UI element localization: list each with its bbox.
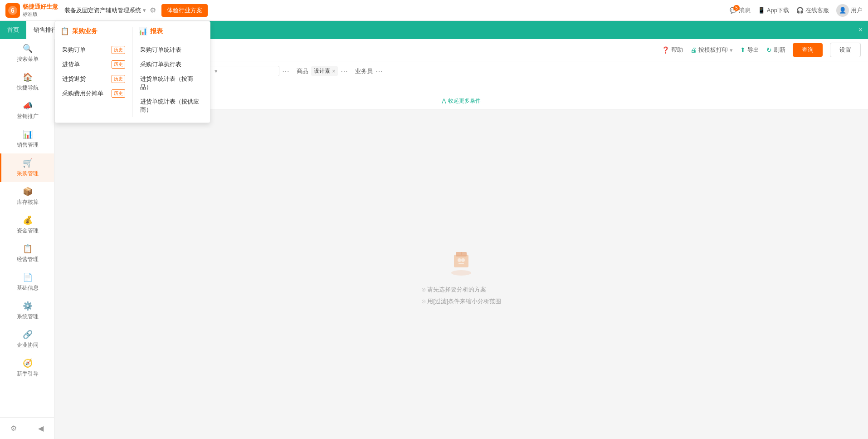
- sidebar-item-system[interactable]: ⚙️ 系统管理: [0, 296, 54, 325]
- logo-area: 6 畅捷通好生意 标准版: [5, 3, 60, 18]
- goods-receipt-label: 进货单: [62, 60, 80, 69]
- dropdown-menu: 📋 采购业务 采购订单 历史 进货单 历史 进货退货 历史 采购费用分摊单 历史: [54, 21, 210, 123]
- sales-icon: 📊: [23, 129, 33, 139]
- dropdown-title-report: 📊 报表: [138, 27, 205, 38]
- sidebar-item-guide[interactable]: 🧭 新手引导: [0, 354, 54, 382]
- main-layout: 🔍 搜索菜单 🏠 快捷导航 📣 营销推广 📊 销售管理 🛒 采购管理 📦 库存核…: [0, 39, 868, 439]
- tab-bar-close-icon[interactable]: ×: [853, 26, 868, 34]
- sidebar-item-search-label: 搜索菜单: [17, 55, 39, 63]
- finance-icon: 💰: [23, 215, 33, 225]
- user-action[interactable]: 👤 用户: [836, 4, 863, 17]
- expense-alloc-label: 采购费用分摊单: [62, 89, 103, 98]
- goods-stats-supplier-label: 进货单统计表（按供应商）: [140, 98, 203, 114]
- dropdown-title-purchase-label: 采购业务: [72, 27, 98, 35]
- dropdown-item-order-exec[interactable]: 采购订单执行表: [138, 57, 205, 72]
- sidebar-item-purchase-label: 采购管理: [17, 170, 39, 178]
- logo-text: 畅捷通好生意 标准版: [23, 3, 58, 17]
- enterprise-icon: 🔗: [23, 330, 33, 340]
- dropdown-item-goods-return[interactable]: 进货退货 历史: [60, 72, 127, 86]
- sidebar-item-guide-label: 新手引导: [17, 370, 39, 378]
- sidebar-item-inventory-label: 库存核算: [17, 198, 39, 206]
- svg-text:6: 6: [11, 7, 15, 14]
- sidebar-item-finance-label: 资金管理: [17, 227, 39, 235]
- message-action[interactable]: 💬 5 消息: [730, 6, 751, 15]
- sidebar-item-enterprise[interactable]: 🔗 企业协同: [0, 325, 54, 354]
- sidebar-item-finance[interactable]: 💰 资金管理: [0, 211, 54, 239]
- sidebar-item-operations-label: 经营管理: [17, 256, 39, 263]
- sidebar-item-system-label: 系统管理: [17, 313, 39, 321]
- dropdown-col-purchase: 📋 采购业务 采购订单 历史 进货单 历史 进货退货 历史 采购费用分摊单 历史: [55, 27, 132, 117]
- history-badge-3[interactable]: 历史: [112, 75, 125, 83]
- history-badge-1[interactable]: 历史: [112, 46, 125, 54]
- order-stats-label: 采购订单统计表: [140, 46, 181, 54]
- inventory-icon: 📦: [23, 187, 33, 197]
- online-service-label: 在线客服: [805, 6, 829, 15]
- sidebar-item-search[interactable]: 🔍 搜索菜单: [0, 39, 54, 68]
- sidebar-settings-btn[interactable]: ⚙: [7, 422, 20, 434]
- purchase-title-icon: 📋: [60, 27, 69, 35]
- dropdown-title-report-label: 报表: [150, 27, 163, 35]
- header-settings-icon[interactable]: ⚙: [150, 6, 156, 15]
- sidebar-item-enterprise-label: 企业协同: [17, 341, 39, 349]
- logo-icon: 6: [5, 3, 20, 18]
- sidebar-item-sales[interactable]: 📊 销售管理: [0, 125, 54, 153]
- goods-return-label: 进货退货: [62, 75, 86, 83]
- sidebar: 🔍 搜索菜单 🏠 快捷导航 📣 营销推广 📊 销售管理 🛒 采购管理 📦 库存核…: [0, 39, 54, 439]
- operations-icon: 📋: [23, 244, 33, 254]
- dropdown-item-order-stats[interactable]: 采购订单统计表: [138, 43, 205, 57]
- dropdown-title-purchase: 📋 采购业务: [60, 27, 127, 38]
- order-exec-label: 采购订单执行表: [140, 60, 181, 69]
- sidebar-bottom: ⚙ ◀: [0, 417, 54, 439]
- header-right: 💬 5 消息 📱 App下载 🎧 在线客服 👤 用户: [730, 4, 863, 17]
- sidebar-collapse-btn[interactable]: ◀: [34, 422, 47, 434]
- message-badge: 5: [733, 5, 740, 11]
- sidebar-item-nav[interactable]: 🏠 快捷导航: [0, 68, 54, 96]
- avatar: 👤: [836, 4, 849, 17]
- sidebar-item-basic-info[interactable]: 📄 基础信息: [0, 268, 54, 296]
- home-icon: 🏠: [23, 72, 33, 82]
- sidebar-item-marketing[interactable]: 📣 营销推广: [0, 96, 54, 125]
- sidebar-item-purchase[interactable]: 🛒 采购管理: [0, 153, 54, 182]
- app-download-label: App下载: [767, 6, 789, 15]
- sidebar-item-basic-info-label: 基础信息: [17, 284, 39, 292]
- user-label: 用户: [851, 6, 863, 15]
- purchase-order-label: 采购订单: [62, 46, 86, 54]
- dropdown-item-goods-stats-by-supplier[interactable]: 进货单统计表（按供应商）: [138, 94, 205, 117]
- report-title-icon: 📊: [138, 27, 147, 35]
- dropdown-item-purchase-order[interactable]: 采购订单 历史: [60, 43, 127, 57]
- sidebar-item-operations[interactable]: 📋 经营管理: [0, 239, 54, 268]
- history-badge-4[interactable]: 历史: [112, 89, 125, 98]
- sidebar-item-sales-label: 销售管理: [17, 141, 39, 149]
- industry-button[interactable]: 体验行业方案: [161, 4, 208, 17]
- system-dropdown-icon[interactable]: ▾: [143, 7, 146, 14]
- purchase-icon: 🛒: [23, 158, 33, 168]
- message-label: 消息: [739, 6, 751, 15]
- dropdown-item-goods-receipt[interactable]: 进货单 历史: [60, 57, 127, 72]
- sidebar-item-nav-label: 快捷导航: [17, 84, 39, 92]
- tab-home-label: 首页: [7, 26, 19, 34]
- dropdown-item-expense-alloc[interactable]: 采购费用分摊单 历史: [60, 86, 127, 101]
- goods-stats-goods-label: 进货单统计表（按商品）: [140, 75, 203, 91]
- basic-info-icon: 📄: [23, 272, 33, 282]
- online-service-action[interactable]: 🎧 在线客服: [796, 6, 829, 15]
- system-icon: ⚙️: [23, 301, 33, 311]
- search-icon: 🔍: [23, 44, 33, 54]
- history-badge-2[interactable]: 历史: [112, 60, 125, 69]
- guide-icon: 🧭: [23, 358, 33, 368]
- marketing-icon: 📣: [23, 101, 33, 111]
- user-icon: 👤: [839, 7, 846, 14]
- app-download-action[interactable]: 📱 App下载: [758, 6, 789, 15]
- top-header: 6 畅捷通好生意 标准版 装备及固定资产辅助管理系统 ▾ ⚙ 体验行业方案 💬 …: [0, 0, 868, 21]
- dropdown-col-report: 📊 报表 采购订单统计表 采购订单执行表 进货单统计表（按商品） 进货单统计表（…: [132, 27, 210, 117]
- tab-home[interactable]: 首页: [0, 21, 26, 39]
- sidebar-item-inventory[interactable]: 📦 库存核算: [0, 182, 54, 211]
- message-icon-wrap: 💬 5: [730, 7, 737, 14]
- system-name: 装备及固定资产辅助管理系统: [64, 6, 141, 15]
- dropdown-item-goods-stats-by-goods[interactable]: 进货单统计表（按商品）: [138, 72, 205, 94]
- headset-icon: 🎧: [796, 7, 804, 14]
- sidebar-item-marketing-label: 营销推广: [17, 113, 39, 120]
- phone-icon: 📱: [758, 7, 765, 14]
